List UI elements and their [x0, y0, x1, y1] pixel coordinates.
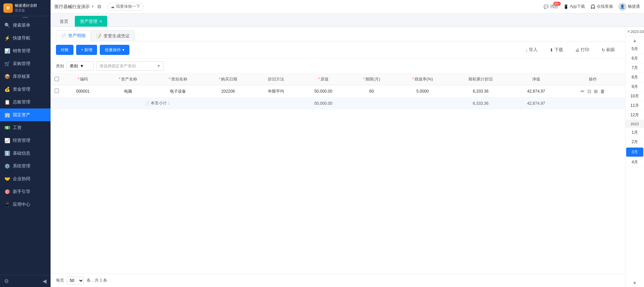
- cell-category-0: 电子设备: [153, 85, 203, 98]
- import-icon: ↓: [526, 47, 528, 53]
- import-label: 导入: [529, 47, 538, 53]
- copy-button-0[interactable]: ⊡: [587, 88, 592, 95]
- more-button-0[interactable]: ⊞: [593, 88, 599, 95]
- sidebar-item-system[interactable]: ⚙️ 系统管理: [0, 160, 51, 172]
- sidebar-item-general-ledger[interactable]: 📋 总账管理: [0, 96, 51, 108]
- experience-button[interactable]: ☁ 我要体验一下: [107, 3, 144, 10]
- edit-button-0[interactable]: ✏: [580, 88, 585, 95]
- calendar-month-8月[interactable]: 8月: [625, 73, 644, 82]
- reconcile-button[interactable]: 对账: [56, 45, 73, 55]
- sidebar-item-apps[interactable]: 📱 应用中心: [0, 198, 51, 211]
- user-menu[interactable]: 👤 畅捷通: [618, 3, 640, 11]
- required-mark-code: *: [78, 77, 79, 82]
- batch-label: 批量操作: [105, 47, 121, 53]
- cell-original_value-0: 50,000.00: [299, 85, 348, 98]
- sidebar-icon-search: 🔍: [4, 22, 10, 28]
- import-button[interactable]: ↓ 导入: [521, 45, 543, 55]
- sidebar-item-salary[interactable]: 💵 工资: [0, 121, 51, 134]
- per-page-select[interactable]: 102050100: [67, 277, 84, 285]
- col-header-period: *期限(月): [348, 74, 395, 85]
- category-type-select[interactable]: 类别 ▼: [67, 61, 94, 71]
- subtab-asset-detail[interactable]: 📄 资产明细: [56, 30, 91, 41]
- per-page-label: 每页: [56, 278, 64, 283]
- sidebar-label-salary: 工资: [13, 125, 22, 131]
- print-label: 打印: [581, 47, 589, 53]
- sidebar-item-quick-nav[interactable]: ⚡ 快捷导航: [0, 32, 51, 44]
- online-service-label: 在线客服: [597, 4, 613, 9]
- sidebar-item-fixed-assets[interactable]: 🏢 固定资产: [0, 108, 51, 121]
- tab-home[interactable]: 首页: [55, 16, 73, 27]
- calendar-month-4月[interactable]: 4月: [625, 158, 644, 167]
- col-header-name: *资产名称: [103, 74, 153, 85]
- sidebar-item-funds[interactable]: 💰 资金管理: [0, 83, 51, 96]
- required-mark-purchase_date: *: [219, 77, 220, 82]
- company-name: 医疗器械行业演示: [55, 4, 90, 10]
- calendar-scroll-down[interactable]: ▼: [625, 279, 644, 287]
- calendar-month-9月[interactable]: 9月: [625, 82, 644, 92]
- subtab-icon-change-voucher: 📝: [96, 34, 101, 38]
- sidebar-item-inventory[interactable]: 📦 库存核算: [0, 70, 51, 83]
- cell-net_value-0: 42,874.97: [512, 85, 561, 98]
- calendar-month-7月[interactable]: 7月: [625, 63, 644, 73]
- delete-button-0[interactable]: 🗑: [600, 88, 606, 95]
- category-value-select[interactable]: 请选择固定资产类别 ▼: [96, 61, 164, 71]
- required-mark-name: *: [119, 77, 120, 82]
- cell-accumulated_depreciation-0: 6,333.36: [450, 85, 512, 98]
- sidebar-label-operations: 经营管理: [13, 137, 30, 144]
- print-button[interactable]: 🖨 打印: [571, 45, 594, 55]
- sidebar-item-sales[interactable]: 📊 销售管理: [0, 44, 51, 57]
- calendar-month-12月[interactable]: 12月: [625, 110, 644, 120]
- calendar-year-display: 2023.03: [631, 30, 644, 34]
- calendar-close-icon[interactable]: ✕: [627, 29, 631, 34]
- main-panel: 📄 资产明细 📝 变更生成凭证 对账 + 新增 批量操作 ▾ ↓ 导入: [51, 27, 625, 287]
- sidebar-item-basic-info[interactable]: ℹ️ 基础信息: [0, 147, 51, 160]
- toolbar: 对账 + 新增 批量操作 ▾ ↓ 导入 ⬇ 下载 🖨: [51, 41, 625, 59]
- sidebar-label-search: 搜索菜单: [13, 22, 30, 28]
- sidebar-label-general-ledger: 总账管理: [13, 99, 30, 105]
- settings-gear-icon[interactable]: ⚙: [97, 4, 101, 10]
- asset-table: *编码*资产名称*类别名称*购买日期折旧方法*原值*期限(月)*残值率(%)期初…: [51, 74, 625, 109]
- required-mark-residual_rate: *: [412, 77, 414, 82]
- new-button[interactable]: + 新增: [76, 45, 97, 55]
- batch-button[interactable]: 批量操作 ▾: [100, 45, 129, 55]
- total-label: 条，共 1 条: [87, 278, 107, 283]
- company-arrow-icon: ▼: [91, 5, 94, 8]
- sidebar-item-operations[interactable]: 📈 经营管理: [0, 134, 51, 147]
- sidebar-bottom: ⚙ ◀: [0, 275, 51, 287]
- table-row: 000001电脑电子设备202206年限平均50,000.00605.00006…: [51, 85, 625, 98]
- calendar-month-10月[interactable]: 10月: [625, 92, 644, 101]
- tab-close-asset-mgmt[interactable]: ✕: [99, 20, 102, 23]
- tab-asset-mgmt[interactable]: 资产管理✕: [75, 16, 107, 27]
- download-label: 下载: [554, 47, 563, 53]
- calendar-month-3月[interactable]: 3月: [626, 148, 643, 157]
- refresh-button[interactable]: ↻ 刷新: [597, 45, 620, 55]
- col-header-residual_rate: *残值率(%): [395, 74, 450, 85]
- subtab-label-change-voucher: 变更生成凭证: [103, 33, 130, 39]
- sidebar-item-search[interactable]: 🔍 搜索菜单: [0, 19, 51, 32]
- subtab-change-voucher[interactable]: 📝 变更生成凭证: [91, 30, 135, 41]
- app-download-button[interactable]: 📱 App下载: [563, 4, 585, 9]
- calendar-month-5月[interactable]: 5月: [625, 44, 644, 54]
- calendar-scroll-up[interactable]: ▲: [625, 36, 644, 44]
- print-icon: 🖨: [575, 47, 580, 53]
- messages-button[interactable]: 💬 消息 99+: [544, 4, 558, 9]
- calendar-month-6月[interactable]: 6月: [625, 54, 644, 63]
- sidebar-item-purchase[interactable]: 🛒 采购管理: [0, 57, 51, 70]
- calendar-month-11月[interactable]: 11月: [625, 101, 644, 110]
- sidebar-item-guide[interactable]: 🎯 新手引导: [0, 185, 51, 198]
- calendar-panel: ✕ 2023.03 ⤢ ▲ 5月6月7月8月9月10月11月12月20231月2…: [625, 27, 644, 287]
- online-service-button[interactable]: 🎧 在线客服: [590, 4, 613, 9]
- settings-icon[interactable]: ⚙: [4, 278, 9, 284]
- collapse-icon[interactable]: ◀: [42, 278, 47, 284]
- calendar-month-2月[interactable]: 2月: [625, 137, 644, 147]
- messages-badge: 99+: [553, 2, 560, 6]
- sidebar-icon-system: ⚙️: [4, 163, 10, 169]
- sidebar-label-guide: 新手引导: [13, 189, 30, 195]
- company-selector[interactable]: 医疗器械行业演示 ▼: [55, 4, 94, 10]
- row-checkbox-0[interactable]: [55, 89, 59, 93]
- select-all-checkbox[interactable]: [55, 77, 59, 81]
- calendar-month-1月[interactable]: 1月: [625, 128, 644, 137]
- download-button[interactable]: ⬇ 下载: [545, 45, 568, 55]
- col-header-depreciation_method: 折旧方法: [253, 74, 299, 85]
- sidebar-item-enterprise[interactable]: 🤝 企业协同: [0, 172, 51, 185]
